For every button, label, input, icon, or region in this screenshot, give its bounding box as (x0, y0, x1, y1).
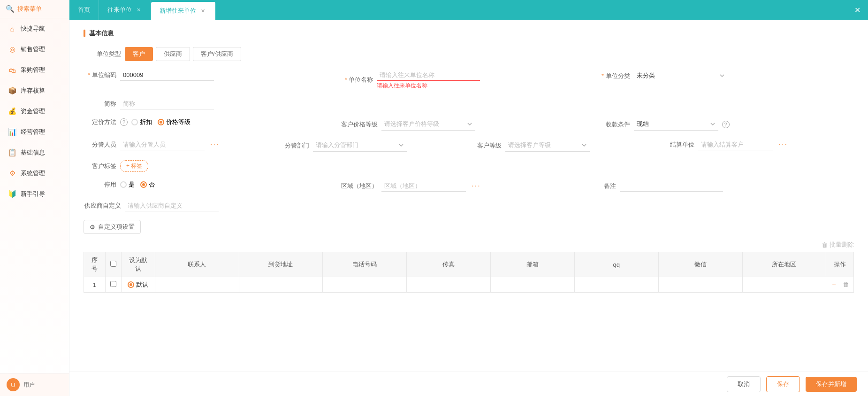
table-header-row: 🗑 批量删除 (84, 241, 854, 249)
unit-name-input[interactable] (377, 70, 480, 81)
row-tag: 客户标签 + 标签 (84, 160, 854, 172)
row-email[interactable] (491, 277, 575, 293)
region-more-btn[interactable]: ··· (470, 182, 482, 190)
payment-terms-help-icon[interactable]: ? (722, 121, 730, 128)
sidebar-item-sales[interactable]: ◎销售管理 (0, 39, 69, 60)
row-wechat[interactable] (658, 277, 742, 293)
row-fax-input[interactable] (411, 281, 486, 288)
gear-icon: ⚙ (90, 224, 95, 231)
supplier-custom-label: 供应商自定义 (84, 202, 121, 210)
payment-terms-select[interactable]: 现结 (634, 118, 718, 131)
radio-price-level[interactable]: 价格等级 (158, 118, 190, 126)
radio-discount[interactable]: 折扣 (131, 118, 152, 126)
row-region-input[interactable] (747, 281, 822, 288)
customer-level-select[interactable]: 请选择客户等级 (505, 139, 590, 152)
row-email-input[interactable] (495, 281, 570, 288)
btn-both[interactable]: 客户/供应商 (193, 47, 241, 61)
sidebar-search-bar[interactable]: 🔍 搜索菜单 (0, 0, 69, 18)
sidebar-item-label-guide: 新手引导 (21, 190, 45, 198)
radio-yes[interactable]: 是 (120, 180, 135, 189)
region-input[interactable] (381, 180, 466, 192)
radio-default[interactable]: 默认 (126, 280, 150, 289)
btn-supplier[interactable]: 供应商 (156, 47, 190, 61)
row-phone-input[interactable] (327, 281, 402, 288)
settlement-unit-input[interactable] (698, 139, 773, 150)
col-region: 所在地区 (742, 252, 826, 277)
row-qq[interactable] (574, 277, 658, 293)
row-contact[interactable] (155, 277, 239, 293)
remark-input[interactable] (620, 180, 723, 192)
btn-customer[interactable]: 客户 (125, 47, 153, 61)
radio-no[interactable]: 否 (140, 180, 155, 189)
row-checkbox[interactable] (110, 281, 116, 287)
table-row: 1 默认 (84, 277, 854, 293)
sidebar-item-guide[interactable]: 🔰新手引导 (0, 184, 69, 204)
tab-close-contacts[interactable]: ✕ (135, 6, 142, 14)
supplier-custom-field: 供应商自定义 (84, 200, 854, 211)
sidebar-item-operation[interactable]: 📊经营管理 (0, 122, 69, 142)
save-new-button[interactable]: 保存并新增 (806, 377, 857, 392)
customer-level-field: 客户等级 请选择客户等级 (469, 139, 662, 152)
sales-icon: ◎ (8, 45, 17, 54)
pricing-help-icon[interactable]: ? (120, 118, 128, 126)
row-wechat-input[interactable] (663, 281, 738, 288)
custom-settings-label: 自定义项设置 (98, 223, 135, 231)
row-contact-input[interactable] (160, 281, 234, 288)
sidebar-item-label-inventory: 库存核算 (21, 86, 45, 95)
col-default: 设为默认 (122, 252, 155, 277)
unit-name-field: 单位名称 请输入往来单位名称 (340, 70, 597, 90)
tab-bar-close-btn[interactable]: ✕ (847, 6, 868, 15)
customer-price-level-select[interactable]: 请选择客户价格等级 (381, 118, 475, 131)
sidebar-item-finance[interactable]: 💰资金管理 (0, 101, 69, 122)
manager-input[interactable] (120, 139, 205, 150)
short-name-input[interactable] (120, 98, 214, 109)
tab-close-new-contact[interactable]: ✕ (199, 7, 206, 15)
search-icon: 🔍 (6, 5, 15, 13)
tab-new-contact[interactable]: 新增往来单位✕ (151, 2, 215, 20)
batch-delete-btn[interactable]: 🗑 批量删除 (822, 241, 854, 249)
radio-discount-label: 折扣 (140, 118, 152, 126)
col-address: 到货地址 (239, 252, 323, 277)
add-tag-btn[interactable]: + 标签 (120, 160, 148, 172)
sidebar-item-purchase[interactable]: 🛍采购管理 (0, 60, 69, 80)
row-check[interactable] (106, 277, 122, 293)
sidebar-item-basic[interactable]: 📋基础信息 (0, 142, 69, 163)
unit-code-field: 单位编码 (84, 70, 340, 81)
unit-name-error: 请输入往来单位名称 (377, 82, 480, 90)
sidebar-item-inventory[interactable]: 📦库存核算 (0, 80, 69, 101)
delete-row-btn[interactable]: 🗑 (843, 281, 849, 288)
pricing-radio-group: 折扣 价格等级 (131, 118, 190, 126)
save-button[interactable]: 保存 (766, 376, 800, 392)
chevron-down-icon4 (398, 142, 404, 148)
purchase-icon: 🛍 (8, 65, 17, 75)
unit-code-input[interactable] (120, 70, 214, 81)
col-email: 邮箱 (491, 252, 575, 277)
row-fax[interactable] (407, 277, 491, 293)
sidebar-item-label-quick-nav: 快捷导航 (21, 24, 45, 33)
manager-more-btn[interactable]: ··· (208, 140, 221, 149)
row-address[interactable] (239, 277, 323, 293)
radio-yes-circle (120, 181, 127, 188)
add-row-btn[interactable]: ＋ (831, 281, 837, 288)
manager-field: 分管人员 ··· (84, 139, 276, 150)
unit-category-field: 单位分类 未分类 (597, 70, 854, 82)
row-address-input[interactable] (244, 281, 318, 288)
sidebar-item-quick-nav[interactable]: ⌂快捷导航 (0, 18, 69, 39)
department-select[interactable]: 请输入分管部门 (313, 139, 407, 152)
row-phone[interactable] (323, 277, 407, 293)
supplier-custom-input[interactable] (125, 200, 219, 211)
check-all[interactable] (110, 261, 116, 267)
cancel-button[interactable]: 取消 (727, 376, 761, 392)
tab-home[interactable]: 首页 (69, 0, 99, 20)
sidebar-item-system[interactable]: ⚙系统管理 (0, 163, 69, 184)
bottom-bar: 取消 保存 保存并新增 (69, 372, 868, 396)
finance-icon: 💰 (8, 107, 17, 116)
settlement-unit-more-btn[interactable]: ··· (777, 140, 790, 149)
row-region[interactable] (742, 277, 826, 293)
system-icon: ⚙ (8, 169, 17, 178)
tab-contacts[interactable]: 往来单位✕ (99, 0, 151, 20)
unit-category-select[interactable]: 未分类 (634, 70, 728, 82)
row-qq-input[interactable] (579, 281, 654, 288)
custom-settings-btn[interactable]: ⚙ 自定义项设置 (84, 220, 141, 234)
basic-icon: 📋 (8, 148, 17, 157)
